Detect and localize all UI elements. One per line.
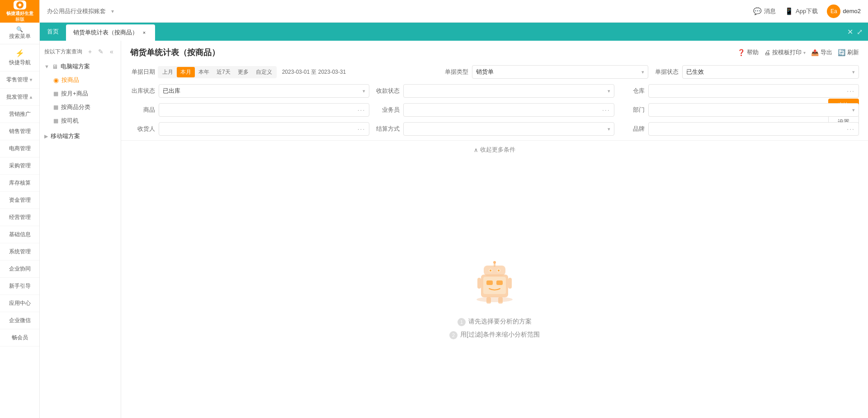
scheme-item-by-month-goods[interactable]: ▦ 按月+商品 <box>40 87 121 100</box>
empty-state: 1 请先选择要分析的方案 2 用[过滤]条件来缩小分析范围 <box>121 157 868 418</box>
logo-icon <box>14 0 26 10</box>
sidebar-nav-quicknav[interactable]: ⚡ 快捷导航 <box>0 44 39 71</box>
app-logo[interactable]: 畅捷通好生意 标版 <box>0 0 39 23</box>
out-status-input[interactable]: 已出库 ▾ <box>159 84 369 98</box>
payment-status-label: 收款状态 <box>375 87 400 95</box>
sidebar-nav-wechat[interactable]: 企业微信 <box>0 312 39 329</box>
date-tab-last-month[interactable]: 上月 <box>159 67 177 77</box>
scheme-item-by-category[interactable]: ▦ 按商品分类 <box>40 100 121 114</box>
date-tabs: 上月 本月 本年 近7天 更多 自定义 <box>158 66 277 78</box>
sidebar-nav-newuser[interactable]: 新手引导 <box>0 278 39 295</box>
warehouse-input[interactable]: ··· <box>648 84 859 98</box>
receiver-input[interactable]: ··· <box>159 122 369 136</box>
doc-type-value: 销货单 <box>476 68 494 76</box>
goods-input[interactable]: ··· <box>159 103 369 117</box>
settlement-input[interactable]: ▾ <box>403 122 614 136</box>
window-maximize-icon[interactable]: ⤢ <box>857 28 863 36</box>
print-action[interactable]: 🖨 按模板打印 ▾ <box>764 48 806 57</box>
department-label: 部门 <box>620 106 645 114</box>
warehouse-label: 仓库 <box>620 87 645 95</box>
svg-point-16 <box>493 261 496 264</box>
refresh-action[interactable]: 🔄 刷新 <box>838 48 859 57</box>
sidebar-nav-wholesale[interactable]: 批发管理 ▲ <box>0 89 39 106</box>
payment-status-input[interactable]: ▾ <box>403 84 614 98</box>
salesperson-dots-icon[interactable]: ··· <box>602 106 610 114</box>
sidebar-search[interactable]: 🔍 搜索菜单 <box>0 23 39 44</box>
date-tab-more[interactable]: 更多 <box>234 67 252 77</box>
tab-close-icon[interactable]: × <box>141 29 148 36</box>
sidebar-nav-system[interactable]: 系统管理 <box>0 243 39 261</box>
message-icon: 💬 <box>753 7 762 15</box>
mobile-group-arrow: ▶ <box>44 133 48 139</box>
hint1-num: 1 <box>458 318 466 326</box>
purchase-label: 采购管理 <box>9 162 31 170</box>
date-tab-this-year[interactable]: 本年 <box>195 67 213 77</box>
svg-rect-9 <box>498 297 503 304</box>
collapse-arrow-icon: ∧ <box>474 147 478 153</box>
filter-settlement: 结算方式 ▾ <box>375 122 614 136</box>
scheme-group-pc-header[interactable]: ▼ 🖥 电脑端方案 <box>40 60 121 73</box>
scheme-add-icon[interactable]: + <box>85 47 94 56</box>
finance-label: 资金管理 <box>9 196 31 204</box>
sidebar-nav-purchase[interactable]: 采购管理 <box>0 157 39 175</box>
sidebar-nav-apps[interactable]: 应用中心 <box>0 295 39 312</box>
scheme-item-by-driver[interactable]: ▦ 按司机 <box>40 114 121 128</box>
brand-dots-icon[interactable]: ··· <box>847 125 855 133</box>
industry-dropdown[interactable]: ▾ <box>111 8 114 14</box>
help-label: 帮助 <box>747 48 759 57</box>
doc-status-input[interactable]: 已生效 ▾ <box>682 65 859 79</box>
sidebar-nav-marketing[interactable]: 营销推广 <box>0 106 39 123</box>
goods-label: 商品 <box>130 106 155 114</box>
sidebar-nav-enterprise[interactable]: 企业协同 <box>0 261 39 278</box>
inventory-label: 库存核算 <box>9 179 31 187</box>
message-action[interactable]: 💬 消息 <box>753 7 776 15</box>
scheme-collapse-icon[interactable]: « <box>107 47 116 56</box>
app-download-action[interactable]: 📱 App下载 <box>785 7 818 15</box>
by-goods-label: 按商品 <box>61 76 79 84</box>
svg-rect-7 <box>508 278 512 289</box>
sidebar-nav-finance[interactable]: 资金管理 <box>0 192 39 209</box>
date-tab-this-month[interactable]: 本月 <box>177 67 195 77</box>
date-tab-custom[interactable]: 自定义 <box>252 67 276 77</box>
department-input[interactable]: ▾ <box>648 103 859 117</box>
scheme-item-by-goods[interactable]: ◉ 按商品 <box>40 73 121 87</box>
print-dropdown-icon: ▾ <box>803 50 806 55</box>
filter-row-4: 收货人 ··· 结算方式 ▾ 品牌 <box>130 122 859 136</box>
by-driver-label: 按司机 <box>61 117 79 125</box>
date-tab-7days[interactable]: 近7天 <box>213 67 234 77</box>
avatar: Ea <box>827 5 840 18</box>
doc-status-dropdown-icon: ▾ <box>852 69 855 75</box>
collapse-button[interactable]: ∧ 收起更多条件 <box>468 144 521 155</box>
scheme-group-mobile-header[interactable]: ▶ 移动端方案 <box>40 129 121 143</box>
filter-panel-header: 销货单统计表（按商品） ❓ 帮助 🖨 按模板打印 ▾ 📤 导出 <box>121 41 868 61</box>
warehouse-dots-icon[interactable]: ··· <box>847 87 855 95</box>
date-label: 单据日期 <box>130 68 155 76</box>
scheme-edit-icon[interactable]: ✎ <box>96 47 105 56</box>
search-label: 搜索菜单 <box>9 33 31 39</box>
receiver-dots-icon[interactable]: ··· <box>358 125 366 133</box>
doc-type-input[interactable]: 销货单 ▾ <box>472 65 649 79</box>
export-action[interactable]: 📤 导出 <box>811 48 832 57</box>
filter-department: 部门 ▾ <box>620 103 859 117</box>
tab-active[interactable]: 销货单统计表（按商品） × <box>66 24 155 41</box>
system-label: 系统管理 <box>9 248 31 256</box>
window-close-icon[interactable]: ✕ <box>847 28 853 36</box>
sidebar-nav-operations[interactable]: 经营管理 <box>0 209 39 226</box>
message-label: 消息 <box>764 7 776 15</box>
salesperson-input[interactable]: ··· <box>403 103 614 117</box>
sidebar-nav-ecommerce[interactable]: 电商管理 <box>0 140 39 157</box>
help-action[interactable]: ❓ 帮助 <box>737 48 759 57</box>
tab-home[interactable]: 首页 <box>40 23 66 41</box>
brand-input[interactable]: ··· <box>648 122 859 136</box>
hint2-num: 2 <box>449 331 458 339</box>
sidebar-nav-basic[interactable]: 基础信息 <box>0 226 39 243</box>
quicknav-label: 快捷导航 <box>9 59 31 66</box>
goods-dots-icon[interactable]: ··· <box>358 106 366 114</box>
user-action[interactable]: Ea demo2 <box>827 5 861 18</box>
sidebar-nav-member[interactable]: 畅会员 <box>0 329 39 347</box>
sales-label: 销售管理 <box>9 128 31 135</box>
svg-rect-5 <box>496 280 503 285</box>
sidebar-nav-inventory[interactable]: 库存核算 <box>0 175 39 192</box>
sidebar-nav-sales[interactable]: 销售管理 <box>0 123 39 140</box>
sidebar-nav-retail[interactable]: 零售管理 ▼ <box>0 71 39 89</box>
